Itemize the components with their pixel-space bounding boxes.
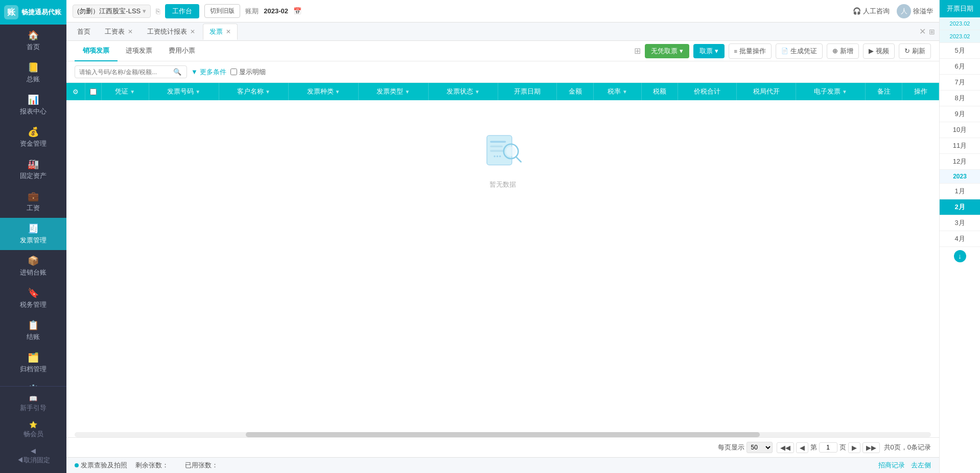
col-open-date: 开票日期 [498, 83, 557, 100]
sidebar-label-funds: 资金管理 [20, 139, 46, 148]
pagination-bar: 每页显示 10 20 50 100 ◀◀ ◀ 第 页 ▶ ▶▶ [66, 437, 939, 457]
no-take-btn[interactable]: 无凭取票 ▾ [645, 44, 689, 58]
invoice-type-filter-icon[interactable]: ▼ [335, 89, 340, 95]
date-entry-3[interactable]: 3月 [940, 215, 980, 231]
calendar-icon[interactable]: 📅 [293, 7, 301, 15]
col-checkbox[interactable] [85, 83, 101, 100]
sidebar-item-settlement[interactable]: 📋 结账 [0, 314, 66, 347]
switch-button[interactable]: 切到旧版 [204, 4, 240, 18]
date-entry-9[interactable]: 9月 [940, 106, 980, 122]
subtab-purchase[interactable]: 进项发票 [118, 41, 160, 61]
date-entry-10[interactable]: 10月 [940, 122, 980, 138]
date-entry-5[interactable]: 5月 [940, 43, 980, 59]
sidebar-item-archive[interactable]: 🗂️ 归档管理 [0, 347, 66, 379]
svg-line-6 [516, 157, 521, 162]
recruit-link[interactable]: 招商记录 [878, 461, 905, 470]
sidebar-item-funds[interactable]: 💰 资金管理 [0, 121, 66, 153]
company-selector[interactable]: (勿删）江西股宝-LSS ▾ [73, 5, 151, 18]
date-entry-11[interactable]: 11月 [940, 138, 980, 154]
ledger-icon: 📒 [28, 62, 39, 73]
sidebar-item-home[interactable]: 🏠 首页 [0, 25, 66, 57]
more-filter-btn[interactable]: ▼ 更多条件 [191, 67, 226, 77]
date-entry-2-active[interactable]: 2月 [940, 199, 980, 215]
user-avatar-btn[interactable]: 人 徐溢华 [897, 4, 933, 18]
date-panel-header[interactable]: 开票日期 [940, 0, 980, 17]
tax-rate-filter-icon[interactable]: ▼ [622, 89, 627, 95]
subtab-sales[interactable]: 销项发票 [75, 41, 118, 61]
copy-icon[interactable]: ⎘ [156, 7, 160, 15]
take-btn[interactable]: 取票 ▾ [693, 44, 725, 58]
date-entry-1[interactable]: 1月 [940, 184, 980, 199]
sidebar-item-salary[interactable]: 💼 工资 [0, 186, 66, 218]
sidebar-item-settings[interactable]: ⚙️ 设置 [0, 379, 66, 386]
tab-maximize[interactable]: ⊞ [929, 28, 935, 36]
page-size-select[interactable]: 10 20 50 100 [746, 442, 773, 453]
scrollbar-thumb[interactable] [246, 432, 760, 437]
invoice-no-filter-icon[interactable]: ▼ [195, 89, 200, 95]
refresh-btn[interactable]: ↻ 刷新 [899, 43, 931, 59]
show-detail-checkbox[interactable]: 显示明细 [230, 67, 266, 77]
voucher-filter-icon[interactable]: ▼ [130, 89, 135, 95]
tab-invoice-close[interactable]: ✕ [226, 28, 231, 35]
grid-view-icon[interactable]: ⊞ [634, 46, 641, 56]
date-entry-4[interactable]: 4月 [940, 231, 980, 247]
main-area: (勿删）江西股宝-LSS ▾ ⎘ 工作台 切到旧版 账期 2023-02 📅 🎧… [66, 0, 939, 473]
search-input[interactable] [79, 69, 171, 76]
tab-invoice-label: 发票 [209, 27, 223, 36]
date-entry-8[interactable]: 8月 [940, 91, 980, 106]
sidebar-item-ledger[interactable]: 📒 总账 [0, 57, 66, 89]
svg-point-7 [494, 155, 496, 157]
tab-payroll-report-label: 工资统计报表 [147, 27, 187, 36]
select-all-checkbox[interactable] [90, 88, 97, 95]
date-entry-2023-02-a[interactable]: 2023.02 [940, 17, 980, 30]
sidebar-item-assets[interactable]: 🏭 固定资产 [0, 153, 66, 186]
tab-close-all[interactable]: ✕ [919, 27, 926, 36]
tab-payroll-close[interactable]: ✕ [128, 28, 133, 35]
workbench-button[interactable]: 工作台 [165, 4, 199, 18]
sidebar-item-invoice-mgmt[interactable]: 🧾 发票管理 [0, 218, 66, 250]
subtab-sales-label: 销项发票 [83, 47, 109, 54]
sidebar-item-tax[interactable]: 🔖 税务管理 [0, 282, 66, 314]
col-tax-amount-label: 价税合计 [694, 87, 720, 96]
last-page-btn[interactable]: ▶▶ [862, 442, 880, 453]
sidebar-collapse-btn[interactable]: ◀ ◀取消固定 [2, 444, 64, 468]
col-invoice-status: 发票状态 ▼ [428, 83, 498, 100]
generate-voucher-btn[interactable]: 📄 生成凭证 [776, 43, 823, 59]
batch-ops-btn[interactable]: ≡ 批量操作 [729, 43, 772, 59]
invoice-cat-filter-icon[interactable]: ▼ [405, 89, 410, 95]
refresh-icon: ↻ [904, 47, 910, 55]
invoice-status-filter-icon[interactable]: ▼ [475, 89, 480, 95]
sidebar-item-purchase-sales[interactable]: 📦 进销台账 [0, 250, 66, 282]
date-entry-2023-02-b[interactable]: 2023.02 [940, 30, 980, 43]
col-invoice-type: 发票种类 ▼ [289, 83, 359, 100]
tab-invoice[interactable]: 发票 ✕ [203, 24, 238, 40]
page-number-input[interactable] [819, 442, 837, 453]
e-invoice-filter-icon[interactable]: ▼ [842, 89, 847, 95]
sidebar-item-reports[interactable]: 📊 报表中心 [0, 89, 66, 121]
prev-page-btn[interactable]: ◀ [796, 442, 808, 453]
video-btn[interactable]: ▶ 视频 [863, 43, 895, 59]
tab-payroll[interactable]: 工资表 ✕ [98, 24, 139, 40]
subtab-expense[interactable]: 费用小票 [160, 41, 203, 61]
sidebar-item-guide[interactable]: 📖 新手引导 [2, 392, 64, 416]
date-entry-year-2023[interactable]: 2023 [940, 170, 980, 184]
col-invoice-category: 发票类型 ▼ [358, 83, 428, 100]
date-panel-scroll-btn[interactable]: ↓ [954, 250, 966, 262]
show-detail-check[interactable] [230, 69, 237, 75]
date-entry-12[interactable]: 12月 [940, 154, 980, 170]
col-settings[interactable]: ⚙ [66, 83, 85, 100]
sidebar-item-member[interactable]: ⭐ 畅会员 [2, 418, 64, 442]
tab-payroll-report-close[interactable]: ✕ [190, 28, 195, 35]
support-btn[interactable]: 🎧 人工咨询 [853, 7, 890, 16]
customer-filter-icon[interactable]: ▼ [265, 89, 270, 95]
tab-home[interactable]: 首页 [71, 24, 97, 40]
next-page-btn[interactable]: ▶ [848, 442, 860, 453]
date-entry-6[interactable]: 6月 [940, 59, 980, 75]
filter-toolbar: 🔍 ▼ 更多条件 显示明细 [66, 61, 939, 83]
tab-payroll-report[interactable]: 工资统计报表 ✕ [141, 24, 202, 40]
date-entry-7[interactable]: 7月 [940, 75, 980, 91]
add-btn[interactable]: ⊕ 新增 [827, 43, 859, 59]
first-page-btn[interactable]: ◀◀ [777, 442, 794, 453]
go-left-link[interactable]: 去左侧 [911, 461, 931, 470]
horizontal-scrollbar[interactable] [75, 432, 931, 437]
